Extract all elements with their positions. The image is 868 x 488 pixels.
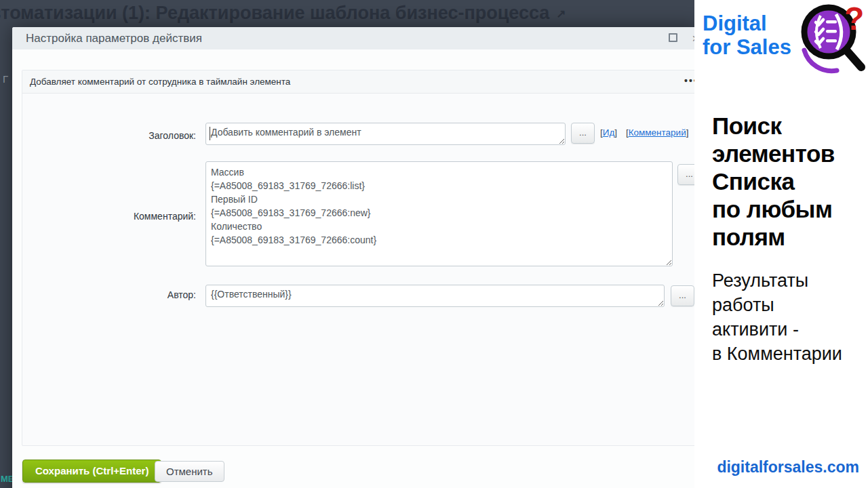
promo-heading-line: полям — [712, 223, 835, 251]
background-text-fragment: Г — [3, 73, 8, 85]
promo-subtext-line: в Комментарии — [712, 342, 842, 366]
maximize-icon[interactable] — [669, 33, 677, 42]
title-more-button[interactable]: ... — [571, 123, 595, 144]
title-field-label: Заголовок: — [22, 130, 196, 141]
author-input[interactable]: {{Ответственный}} — [205, 285, 665, 307]
comment-field-label: Комментарий: — [22, 211, 196, 222]
brand-logo-line2: for Sales — [703, 36, 791, 60]
promo-heading: Поиск элементов Списка по любым полям — [712, 112, 835, 251]
action-settings-dialog: Настройка параметров действия ✕ Добавляе… — [12, 27, 694, 488]
promo-subtext: Результаты работы активити - в Комментар… — [712, 268, 842, 366]
panel-menu-icon[interactable]: ••• — [684, 75, 694, 86]
promo-subtext-line: Результаты — [712, 268, 842, 293]
action-description: Добавляет комментарий от сотрудника в та… — [30, 70, 290, 94]
promo-heading-line: Поиск — [712, 112, 835, 140]
background-page-title: автоматизации (1): Редактирование шаблон… — [0, 3, 566, 24]
question-mark-icon: ? — [844, 1, 864, 37]
dialog-title: Настройка параметров действия — [26, 27, 202, 49]
promo-sidebar: Digital for Sales ? Поиск элементов Спис… — [694, 0, 868, 488]
brand-logo-line1: Digital — [703, 12, 791, 36]
title-input[interactable]: Добавить комментарий в элемент — [205, 123, 566, 145]
promo-subtext-line: работы — [712, 293, 842, 317]
action-panel-header: Добавляет комментарий от сотрудника в та… — [22, 70, 694, 94]
author-field-label: Автор: — [22, 289, 196, 300]
id-link[interactable]: Ид — [603, 127, 615, 138]
brand-logo-text: Digital for Sales — [703, 12, 791, 59]
promo-heading-line: элементов — [712, 140, 835, 167]
promo-subtext-line: активити - — [712, 317, 842, 342]
author-more-button[interactable]: ... — [671, 285, 694, 306]
comment-more-button[interactable]: ... — [677, 164, 694, 185]
promo-heading-line: Списка — [712, 167, 835, 195]
comment-link[interactable]: Комментарий — [629, 127, 686, 138]
background-page-title-text: автоматизации (1): Редактирование шаблон… — [0, 3, 549, 23]
cancel-button[interactable]: Отменить — [155, 461, 224, 482]
link-id: [Ид] — [600, 127, 617, 138]
website-link[interactable]: digitalforsales.com — [717, 458, 859, 476]
comment-textarea[interactable]: Массив {=A85008_69183_31769_72666:list} … — [205, 161, 673, 266]
magnifier-handle — [846, 50, 861, 67]
text-caret — [210, 127, 210, 140]
search-checklist-logo-icon: ? — [793, 0, 868, 75]
action-panel: Добавляет комментарий от сотрудника в та… — [22, 70, 694, 446]
external-link-arrow-icon: ↗ — [556, 7, 566, 20]
save-button[interactable]: Сохранить (Ctrl+Enter) — [22, 460, 161, 483]
insert-value-links: [Ид] [Комментарий] — [600, 127, 694, 138]
promo-heading-line: по любым — [712, 195, 835, 223]
dimmed-app-background: автоматизации (1): Редактирование шаблон… — [0, 0, 694, 488]
link-comment: [Комментарий] — [626, 127, 689, 138]
dialog-titlebar: Настройка параметров действия ✕ — [12, 27, 694, 49]
